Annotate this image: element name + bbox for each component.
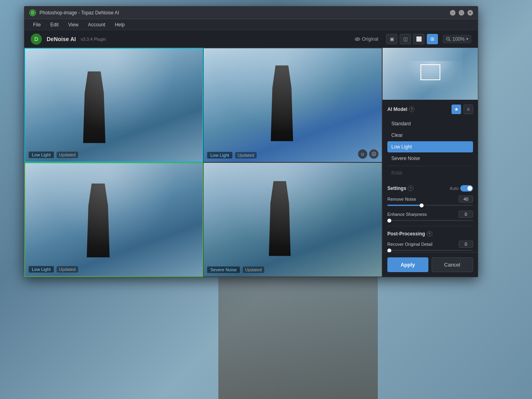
svg-line-5 [449, 40, 450, 41]
model-low-light[interactable]: Low Light [387, 141, 473, 152]
panel-bottom-right: Severe Noise Updated [203, 162, 382, 277]
menu-bar: File Edit View Account Help [24, 19, 478, 30]
canvas-area: Low Light Updated Low Light Updated [24, 48, 382, 277]
model-list: Standard Clear Low Light Severe Noise RA… [387, 118, 473, 179]
panel-br-status: Updated [243, 267, 264, 273]
cancel-button[interactable]: Cancel [432, 257, 473, 272]
auto-label: Auto [450, 186, 459, 191]
ai-model-title: AI Model ? [387, 107, 414, 112]
right-panel-content: AI Model ? ★ ≡ Standard Clear Low Light … [383, 100, 478, 252]
enhance-sharpness-value[interactable]: 0 [459, 211, 473, 218]
model-clear[interactable]: Clear [387, 130, 473, 141]
post-processing-title: Post-Processing ? [387, 231, 432, 237]
ai-model-section-header: AI Model ? ★ ≡ [387, 105, 473, 114]
panel-bg-bl [25, 163, 202, 276]
settings-section: Settings ? Auto Remove No [387, 185, 473, 221]
panel-bl-label: Low Light Updated [28, 266, 78, 273]
recover-detail-thumb[interactable] [387, 249, 391, 253]
app-title: DeNoise AI [47, 36, 76, 42]
window-controls: ─ □ ✕ [450, 10, 473, 16]
star-icon-button[interactable]: ★ [452, 105, 461, 114]
auto-toggle-track[interactable] [460, 185, 473, 192]
menu-account[interactable]: Account [84, 20, 109, 29]
remove-noise-value[interactable]: 40 [459, 196, 473, 203]
zoom-icon [446, 37, 451, 41]
auto-toggle[interactable]: Auto [450, 185, 473, 192]
ai-model-help-icon[interactable]: ? [409, 107, 414, 112]
menu-edit[interactable]: Edit [46, 20, 63, 29]
settings-header: Settings ? Auto [387, 185, 473, 192]
panel-bl-status: Updated [57, 266, 78, 273]
original-button[interactable]: Original [351, 35, 381, 43]
app-icon: D [29, 9, 36, 16]
panel-tl-label: Low Light Updated [28, 151, 78, 158]
view-split-v-button[interactable]: ⬜ [413, 34, 424, 44]
title-bar: D Photoshop-image - Topaz DeNoise AI ─ □… [24, 6, 478, 19]
recover-detail-value[interactable]: 0 [459, 241, 473, 248]
view-quad-button[interactable]: ⊞ [427, 34, 438, 44]
recover-detail-track[interactable] [387, 250, 473, 251]
model-standard[interactable]: Standard [387, 118, 473, 129]
enhance-sharpness-group: Enhance Sharpness 0 [387, 211, 473, 221]
panel-top-left: Low Light Updated [24, 48, 203, 162]
model-severe-noise[interactable]: Severe Noise [387, 153, 473, 164]
action-buttons: Apply Cancel [383, 252, 478, 277]
preview-viewport [420, 64, 440, 80]
menu-help[interactable]: Help [111, 20, 129, 29]
panel-br-label: Severe Noise Updated [207, 266, 264, 273]
app-logo: D [31, 34, 42, 45]
model-divider [387, 166, 473, 166]
settings-help-icon[interactable]: ? [408, 186, 413, 191]
dislike-button[interactable]: ☹ [369, 149, 379, 159]
panel-tr-status: Updated [235, 152, 257, 158]
recover-detail-label-row: Recover Original Detail 0 [387, 241, 473, 248]
post-processing-section: Post-Processing ? Recover Original Detai… [387, 226, 473, 251]
preview-thumbnail [383, 48, 478, 100]
list-icon-button[interactable]: ≡ [463, 105, 473, 114]
remove-noise-thumb[interactable] [420, 203, 424, 207]
view-split-h-button[interactable]: ◫ [400, 34, 411, 44]
app-version: v3.3.4 Plugin [80, 37, 106, 41]
zoom-control[interactable]: 100% ▾ [443, 35, 471, 43]
panel-bg-tl [25, 49, 202, 162]
svg-point-4 [447, 37, 450, 40]
view-single-button[interactable]: ▣ [386, 34, 397, 44]
panel-emoji-buttons: ☺ ☹ [358, 149, 379, 159]
like-button[interactable]: ☺ [358, 149, 367, 159]
panel-tl-status: Updated [57, 152, 78, 158]
image-grid: Low Light Updated Low Light Updated [24, 48, 382, 277]
window-title: Photoshop-image - Topaz DeNoise AI [39, 10, 450, 16]
panel-tl-model: Low Light [28, 151, 54, 158]
panel-tr-model: Low Light [207, 152, 233, 159]
panel-bottom-left: Low Light Updated [24, 162, 203, 277]
svg-text:D: D [31, 11, 34, 15]
post-processing-header: Post-Processing ? [387, 231, 473, 237]
panel-br-model: Severe Noise [207, 266, 240, 273]
enhance-sharpness-label-row: Enhance Sharpness 0 [387, 211, 473, 218]
minimize-button[interactable]: ─ [450, 10, 455, 16]
remove-noise-label: Remove Noise [387, 197, 416, 201]
recover-detail-group: Recover Original Detail 0 [387, 241, 473, 251]
enhance-sharpness-thumb[interactable] [387, 219, 391, 223]
app-toolbar: D DeNoise AI v3.3.4 Plugin Original ▣ ◫ … [24, 30, 478, 48]
eye-icon [355, 36, 360, 42]
enhance-sharpness-track[interactable] [387, 220, 473, 221]
close-button[interactable]: ✕ [467, 10, 473, 16]
panel-bg-tr [204, 48, 382, 162]
remove-noise-fill [387, 205, 422, 206]
svg-point-3 [357, 38, 358, 40]
panel-bl-model: Low Light [28, 266, 54, 273]
post-processing-help-icon[interactable]: ? [427, 231, 432, 237]
enhance-sharpness-label: Enhance Sharpness [387, 212, 427, 217]
menu-file[interactable]: File [29, 20, 45, 29]
app-window: D Photoshop-image - Topaz DeNoise AI ─ □… [24, 6, 478, 277]
remove-noise-track[interactable] [387, 205, 473, 206]
menu-view[interactable]: View [64, 20, 82, 29]
panel-top-right: Low Light Updated ☺ ☹ [203, 48, 382, 162]
maximize-button[interactable]: □ [459, 10, 464, 16]
panel-bg-br [204, 163, 382, 277]
remove-noise-group: Remove Noise 40 [387, 196, 473, 206]
main-content: Low Light Updated Low Light Updated [24, 48, 478, 277]
apply-button[interactable]: Apply [387, 257, 428, 272]
settings-title: Settings [387, 186, 406, 191]
